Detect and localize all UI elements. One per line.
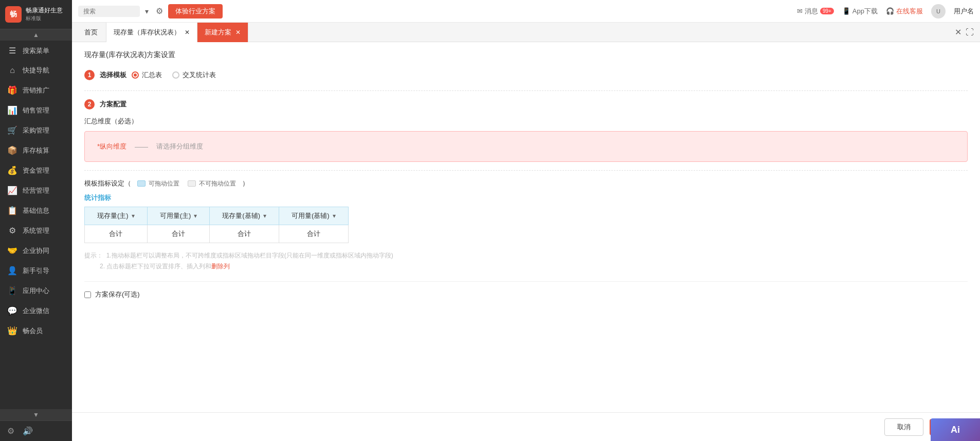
divider-2 (84, 170, 968, 171)
topbar-dropdown-btn[interactable]: ▾ (145, 7, 149, 15)
stats-table-row: 合计 合计 合计 合计 (85, 225, 349, 243)
sidebar-item-marketing[interactable]: 🎁 营销推广 (0, 80, 72, 100)
col-header-3: 可用量(基辅) ▾ (279, 207, 349, 225)
sidebar-item-app-center[interactable]: 📱 应用中心 (0, 281, 72, 301)
money-icon: 💰 (7, 166, 17, 175)
sidebar-item-label: 库存核算 (23, 146, 49, 155)
tab-expand-button[interactable]: ⛶ (966, 28, 974, 37)
stats-cell-2: 合计 (210, 225, 279, 243)
dimension-placeholder: 请选择分组维度 (156, 142, 203, 151)
radio-cross[interactable]: 交叉统计表 (172, 70, 216, 80)
sidebar-logo: 畅 畅康通好生意 标准版 (0, 0, 72, 29)
step1-title: 选择模板 (100, 70, 126, 80)
online-service-button[interactable]: 🎧 在线客服 (886, 7, 923, 16)
cart-icon: 🛒 (7, 125, 17, 135)
sidebar-item-search-menu[interactable]: ☰ 搜索菜单 (0, 41, 72, 61)
indicator-label: 模板指标设定（ 可拖动位置 不可拖动位置 ） (84, 179, 968, 188)
logo-icon: 畅 (5, 6, 22, 23)
sidebar-item-label: 快捷导航 (23, 66, 49, 75)
sidebar-item-label: 新手引导 (23, 266, 49, 275)
sidebar-item-label: 系统管理 (23, 226, 49, 235)
sound-icon[interactable]: 🔊 (23, 426, 33, 436)
col-header-1: 可用量(主) ▾ (147, 207, 210, 225)
topbar-gear-icon[interactable]: ⚙ (156, 6, 163, 16)
chevron-1[interactable]: ▾ (194, 212, 197, 219)
content-area: 现存量(库存状况表)方案设置 1 选择模板 汇总表 交叉统计表 (72, 42, 980, 412)
message-button[interactable]: ✉ 消息 99+ (797, 7, 834, 16)
save-checkbox[interactable] (84, 291, 91, 298)
crown-icon: 👑 (7, 326, 17, 336)
sidebar-item-label: 采购管理 (23, 126, 49, 135)
message-label: 消息 (805, 7, 818, 16)
sidebar-item-label: 基础信息 (23, 206, 49, 215)
step2-title: 方案配置 (100, 100, 126, 109)
stats-cell-0: 合计 (85, 225, 148, 243)
sidebar-item-vip-member[interactable]: 👑 畅会员 (0, 321, 72, 341)
tab-close-inventory[interactable]: ✕ (185, 29, 190, 36)
indicator-legend: 可拖动位置 不可拖动位置 (137, 179, 236, 188)
footer-bar: 取消 查询 (72, 412, 980, 441)
tab-home[interactable]: 首页 (76, 23, 106, 42)
app-name: 畅康通好生意 (26, 7, 63, 15)
trial-industry-button[interactable]: 体验行业方案 (168, 4, 223, 19)
sidebar-nav: ☰ 搜索菜单 ⌂ 快捷导航 🎁 营销推广 📊 销售管理 🛒 采购管理 📦 库存核… (0, 41, 72, 409)
sidebar-item-sys-mgmt[interactable]: ⚙ 系统管理 (0, 220, 72, 241)
app-download-button[interactable]: 📱 App下载 (842, 7, 878, 16)
avatar[interactable]: U (931, 4, 946, 19)
headset-icon: 🎧 (886, 7, 894, 15)
dimension-row: *纵向维度 —— 请选择分组维度 (97, 142, 955, 151)
sidebar-item-quick-nav[interactable]: ⌂ 快捷导航 (0, 61, 72, 80)
sidebar-item-label: 搜索菜单 (23, 46, 49, 56)
sidebar-item-sales-mgmt[interactable]: 📊 销售管理 (0, 100, 72, 120)
sidebar-item-label: 经营管理 (23, 186, 49, 195)
tabbar: 首页 现存量（库存状况表） ✕ 新建方案 ✕ ✕ ⛶ (72, 23, 980, 42)
vertical-dim-label: *纵向维度 (97, 142, 126, 151)
tab-close-all-button[interactable]: ✕ (955, 27, 961, 37)
sidebar: 畅 畅康通好生意 标准版 ▲ ☰ 搜索菜单 ⌂ 快捷导航 🎁 营销推广 📊 销售… (0, 0, 72, 441)
sidebar-scroll-down[interactable]: ▼ (0, 409, 72, 420)
dimension-box: *纵向维度 —— 请选择分组维度 (84, 131, 968, 162)
box-icon: 📦 (7, 145, 17, 155)
step1-number: 1 (84, 70, 95, 80)
sidebar-item-label: 畅会员 (23, 326, 43, 336)
stats-cell-3: 合计 (279, 225, 349, 243)
tip-1: 提示： 1.拖动标题栏可以调整布局，不可跨维度或指标区域拖动栏目字段(只能在同一… (84, 251, 968, 260)
step2-number: 2 (84, 99, 95, 109)
chevron-2[interactable]: ▾ (263, 212, 266, 219)
radio-circle-cross (172, 71, 179, 79)
sidebar-item-new-guide[interactable]: 👤 新手引导 (0, 261, 72, 281)
tab-new-scheme[interactable]: 新建方案 ✕ (197, 23, 248, 42)
sidebar-item-label: 企业微信 (23, 306, 49, 316)
search-input[interactable] (78, 6, 140, 17)
radio-summary[interactable]: 汇总表 (132, 70, 162, 80)
chevron-0[interactable]: ▾ (132, 212, 135, 219)
sidebar-item-corp-coop[interactable]: 🤝 企业协同 (0, 241, 72, 261)
sidebar-item-label: 销售管理 (23, 106, 49, 115)
online-service-label: 在线客服 (896, 7, 923, 16)
sidebar-item-label: 企业协同 (23, 246, 49, 255)
chart-icon: 📊 (7, 105, 17, 115)
stats-header: 统计指标 (84, 193, 968, 203)
chevron-3[interactable]: ▾ (333, 212, 336, 219)
stats-section: 统计指标 现存量(主) ▾ 可用量 (84, 193, 968, 243)
sidebar-item-basic-info[interactable]: 📋 基础信息 (0, 200, 72, 220)
tab-inventory-status[interactable]: 现存量（库存状况表） ✕ (106, 23, 197, 42)
tab-close-new-scheme[interactable]: ✕ (235, 29, 241, 36)
dimension-label: 汇总维度（必选） (84, 117, 968, 126)
settings-icon[interactable]: ⚙ (7, 426, 14, 436)
sidebar-item-inventory[interactable]: 📦 库存核算 (0, 140, 72, 160)
message-icon: ✉ (797, 7, 803, 15)
sidebar-item-corp-wechat[interactable]: 💬 企业微信 (0, 301, 72, 321)
ai-fab-button[interactable]: Ai (931, 418, 980, 441)
ops-icon: 📈 (7, 186, 17, 195)
sidebar-item-ops-mgmt[interactable]: 📈 经营管理 (0, 180, 72, 200)
info-icon: 📋 (7, 206, 17, 215)
sidebar-item-purchase-mgmt[interactable]: 🛒 采购管理 (0, 120, 72, 140)
sidebar-scroll-up[interactable]: ▲ (0, 29, 72, 41)
sidebar-item-finance-mgmt[interactable]: 💰 资金管理 (0, 160, 72, 180)
cancel-button[interactable]: 取消 (884, 418, 923, 436)
sidebar-item-label: 营销推广 (23, 86, 49, 95)
legend-draggable-box (137, 180, 146, 187)
legend-fixed-box (188, 180, 196, 187)
step2-header: 2 方案配置 (84, 99, 968, 109)
